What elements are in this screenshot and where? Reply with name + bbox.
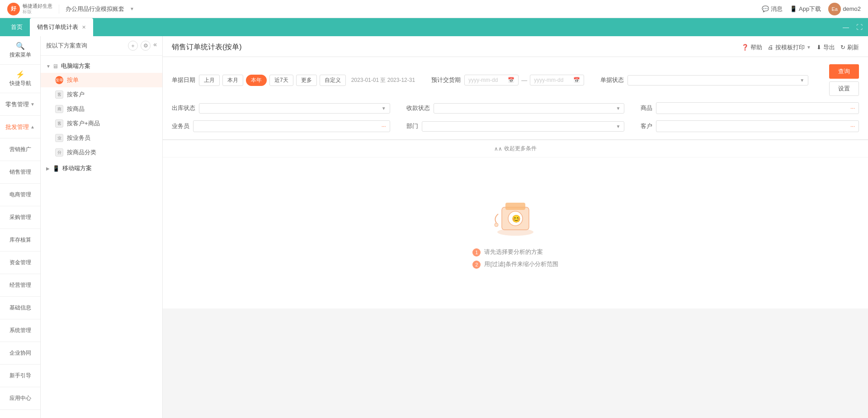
customer-label: 客户 <box>641 122 652 130</box>
last-month-btn[interactable]: 上月 <box>199 75 220 86</box>
app-title-arrow[interactable]: ▼ <box>130 6 134 11</box>
department-select-arrow: ▼ <box>616 124 620 129</box>
template-print-button[interactable]: 🖨 按模板打印 ▼ <box>768 43 811 52</box>
shoukuan-status-select[interactable]: ▼ <box>434 103 625 114</box>
chuku-status-select[interactable]: ▼ <box>199 103 390 114</box>
salesman-more-icon[interactable]: ··· <box>382 123 386 129</box>
department-select[interactable]: ▼ <box>422 121 625 132</box>
sidebar-item-retail[interactable]: 零售管理 ▼ <box>0 93 40 116</box>
tree-child-by-goods[interactable]: 商 按商品 <box>41 102 162 116</box>
sidebar-item-system[interactable]: 系统管理 <box>0 319 40 342</box>
customer-input[interactable]: ··· <box>656 120 859 132</box>
retail-arrow: ▼ <box>30 102 35 107</box>
by-goods-cat-icon: 分 <box>55 148 63 157</box>
by-order-icon: 按单 <box>55 76 63 84</box>
yuji-jiaoyi-label: 预计交货期 <box>431 76 461 84</box>
top-bar-right: 💬 消息 📱 App下载 Ea demo2 <box>762 3 861 15</box>
collapse-panel-button[interactable]: « <box>153 41 157 51</box>
status-select-arrow: ▼ <box>800 78 804 83</box>
sidebar-item-newbie[interactable]: 新手引导 <box>0 365 40 387</box>
tree-child-by-cust-goods[interactable]: 客 按客户+商品 <box>41 116 162 131</box>
chuku-label: 出库状态 <box>172 104 195 112</box>
search-icon: 🔍 <box>16 42 25 50</box>
query-group: 查询 设置 <box>829 64 859 96</box>
download-icon: 📱 <box>790 5 797 12</box>
customer-more-icon[interactable]: ··· <box>850 123 855 129</box>
last-7-days-btn[interactable]: 近7天 <box>269 75 293 86</box>
delivery-date-from[interactable]: yyyy-mm-dd 📅 <box>464 75 519 86</box>
salesman-input[interactable]: ··· <box>193 120 390 132</box>
settings-button[interactable]: 设置 <box>829 81 859 96</box>
svg-rect-2 <box>505 203 525 210</box>
date-filter-field: 单据日期 上月 本月 本年 近7天 更多 自定义 2023-01-01 至 20… <box>172 75 415 86</box>
chuku-status-field: 出库状态 ▼ <box>172 103 390 114</box>
sidebar-item-purchase[interactable]: 采购管理 <box>0 206 40 229</box>
delivery-date-to[interactable]: yyyy-mm-dd 📅 <box>530 75 584 86</box>
customer-field: 客户 ··· <box>641 120 859 132</box>
user-area[interactable]: Ea demo2 <box>828 3 861 15</box>
tree-child-by-customer[interactable]: 客 按客户 <box>41 87 162 102</box>
sidebar-item-sales-mgmt[interactable]: 销售管理 <box>0 161 40 184</box>
logo-text: 畅捷通好生意 标版 <box>23 3 52 14</box>
print-arrow: ▼ <box>807 45 811 50</box>
sidebar-item-finance[interactable]: 资金管理 <box>0 252 40 274</box>
top-bar-left: 好 畅捷通好生意 标版 办公用品行业模拟账套 ▼ <box>7 3 134 15</box>
query-button[interactable]: 查询 <box>829 64 859 79</box>
danju-riqi-label: 单据日期 <box>172 76 195 84</box>
wholesale-arrow: ▲ <box>30 124 35 129</box>
sidebar-item-inventory[interactable]: 库存核算 <box>0 229 40 252</box>
sidebar-item-search[interactable]: 🔍 搜索菜单 <box>0 36 40 65</box>
sidebar-item-operation[interactable]: 经营管理 <box>0 274 40 297</box>
tree-child-by-order[interactable]: 按单 按单 <box>41 73 162 87</box>
sidebar-item-wholesale[interactable]: 批发管理 ▲ <box>0 116 40 138</box>
goods-field: 商品 ··· <box>641 102 859 114</box>
salesman-label: 业务员 <box>172 122 189 130</box>
sidebar-item-appcenter[interactable]: 应用中心 <box>0 387 40 410</box>
filter-row-1: 单据日期 上月 本月 本年 近7天 更多 自定义 2023-01-01 至 20… <box>172 64 859 96</box>
filter-row-3: 业务员 ··· 部门 ▼ 客户 <box>172 120 859 132</box>
export-icon: ⬇ <box>816 44 821 51</box>
sidebar-item-marketing[interactable]: 营销推广 <box>0 138 40 161</box>
refresh-icon: ↻ <box>840 44 845 51</box>
shoukuan-label: 收款状态 <box>406 104 430 112</box>
goods-more-icon[interactable]: ··· <box>850 105 855 111</box>
nav-tab-actions: — ⛶ <box>841 22 864 33</box>
sidebar-item-corpwx[interactable]: 企业微信 <box>0 410 40 418</box>
sidebar-item-quick-nav[interactable]: ⚡ 快捷导航 <box>0 65 40 93</box>
app-download-button[interactable]: 📱 App下载 <box>790 5 821 13</box>
empty-state: 😊 1 请先选择要分析的方案 2 用[过滤]条件来缩小分析范围 <box>163 157 868 309</box>
tab-sales-order-stat[interactable]: 销售订单统计表 ✕ <box>30 18 93 36</box>
add-scheme-button[interactable]: ＋ <box>128 41 138 51</box>
goods-input[interactable]: ··· <box>656 102 859 114</box>
monitor-icon: 🖥 <box>52 63 58 70</box>
msg-button[interactable]: 💬 消息 <box>762 5 783 13</box>
shoukuan-select-arrow: ▼ <box>616 106 620 111</box>
minimize-icon[interactable]: — <box>841 22 851 33</box>
tree-parent-mobile[interactable]: ▶ 📱 移动端方案 <box>41 162 162 175</box>
cal-to-icon: 📅 <box>573 77 580 83</box>
this-month-btn[interactable]: 本月 <box>222 75 243 86</box>
danju-status-select[interactable]: ▼ <box>627 75 808 86</box>
sidebar-item-basic[interactable]: 基础信息 <box>0 297 40 319</box>
help-button[interactable]: ❓ 帮助 <box>741 43 762 52</box>
this-year-btn[interactable]: 本年 <box>246 75 267 86</box>
empty-hint-2: 2 用[过滤]条件来缩小分析范围 <box>472 260 558 269</box>
page-header: 销售订单统计表(按单) ❓ 帮助 🖨 按模板打印 ▼ ⬇ 导出 <box>163 36 868 57</box>
collapse-button[interactable]: ∧∧ 收起更多条件 <box>494 145 537 152</box>
refresh-button[interactable]: ↻ 刷新 <box>840 43 859 52</box>
tree-child-by-salesman[interactable]: 业 按业务员 <box>41 131 162 145</box>
svg-point-5 <box>495 223 498 227</box>
tab-home[interactable]: 首页 <box>4 18 30 36</box>
more-btn[interactable]: 更多 <box>296 75 317 86</box>
sidebar-item-ecom[interactable]: 电商管理 <box>0 184 40 206</box>
sidebar-item-corp[interactable]: 企业协同 <box>0 342 40 365</box>
by-goods-icon: 商 <box>55 105 63 113</box>
user-avatar: Ea <box>828 3 841 15</box>
maximize-icon[interactable]: ⛶ <box>854 22 864 33</box>
tab-close-icon[interactable]: ✕ <box>82 24 86 30</box>
settings-scheme-button[interactable]: ⚙ <box>141 41 151 51</box>
tree-parent-pc[interactable]: ▼ 🖥 电脑端方案 <box>41 59 162 73</box>
export-button[interactable]: ⬇ 导出 <box>816 43 835 52</box>
tree-child-by-goods-cat[interactable]: 分 按商品分类 <box>41 145 162 160</box>
custom-btn[interactable]: 自定义 <box>320 75 346 86</box>
